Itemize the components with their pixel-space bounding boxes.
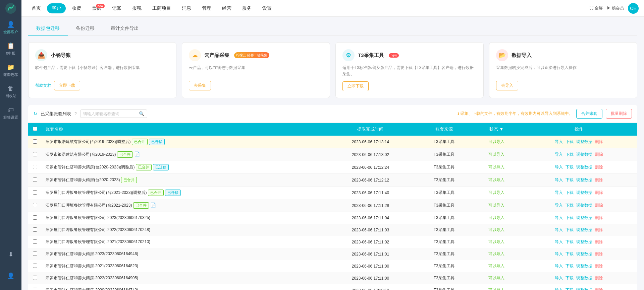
- row-action-下载[interactable]: 下载: [566, 177, 574, 182]
- help-doc-btn[interactable]: 帮助文档: [35, 83, 51, 88]
- row-action-导入[interactable]: 导入: [555, 264, 563, 268]
- nav-industry[interactable]: 工商项目: [148, 3, 176, 13]
- row-checkbox[interactable]: [33, 177, 37, 182]
- row-action-调整数据[interactable]: 调整数据: [576, 264, 592, 268]
- row-checkbox[interactable]: [33, 190, 37, 195]
- row-action-导入[interactable]: 导入: [555, 165, 563, 169]
- row-action-下载[interactable]: 下载: [566, 190, 574, 195]
- nav-operation[interactable]: 经营: [217, 3, 236, 13]
- search-icon[interactable]: 🔍: [139, 111, 144, 116]
- row-action-删除[interactable]: 删除: [595, 190, 603, 195]
- download-t3-btn[interactable]: 立即下载: [342, 81, 369, 91]
- nav-tax[interactable]: 报税: [127, 3, 146, 13]
- app-logo[interactable]: [0, 0, 21, 17]
- row-checkbox[interactable]: [33, 165, 37, 169]
- download-now-btn[interactable]: 立即下载: [54, 81, 80, 90]
- tab-data-migrate[interactable]: 数据包迁移: [28, 22, 68, 35]
- go-import-btn[interactable]: 去导入: [496, 81, 518, 90]
- row-action-调整数据[interactable]: 调整数据: [576, 190, 592, 195]
- row-action-删除[interactable]: 删除: [595, 251, 603, 256]
- nav-invoice[interactable]: 票据 new: [87, 3, 106, 13]
- row-action-导入[interactable]: 导入: [555, 152, 563, 157]
- row-action-调整数据[interactable]: 调整数据: [576, 288, 592, 290]
- fullscreen-btn[interactable]: ⛶ 全屏: [589, 5, 602, 11]
- row-action-调整数据[interactable]: 调整数据: [576, 276, 592, 280]
- row-action-删除[interactable]: 删除: [595, 215, 603, 220]
- row-action-下载[interactable]: 下载: [566, 239, 574, 244]
- row-action-删除[interactable]: 删除: [595, 264, 603, 268]
- row-action-删除[interactable]: 删除: [595, 227, 603, 232]
- row-action-调整数据[interactable]: 调整数据: [576, 139, 592, 144]
- nav-fee[interactable]: 收费: [67, 3, 86, 13]
- nav-accounting[interactable]: 记账: [107, 3, 126, 13]
- nav-settings[interactable]: 设置: [258, 3, 276, 13]
- row-checkbox[interactable]: [33, 239, 37, 244]
- help-icon[interactable]: ?: [74, 112, 77, 116]
- row-action-删除[interactable]: 删除: [595, 177, 603, 182]
- row-action-调整数据[interactable]: 调整数据: [576, 152, 592, 157]
- sidebar-item-recycle[interactable]: 🗑 回收站: [0, 81, 21, 102]
- row-action-下载[interactable]: 下载: [566, 264, 574, 268]
- row-checkbox[interactable]: [33, 276, 37, 280]
- row-checkbox[interactable]: [33, 152, 37, 156]
- row-action-删除[interactable]: 删除: [595, 203, 603, 208]
- nav-client[interactable]: 客户: [47, 3, 66, 13]
- sidebar-item-user[interactable]: 👤: [0, 265, 21, 287]
- row-action-调整数据[interactable]: 调整数据: [576, 227, 592, 232]
- avatar[interactable]: CE: [628, 3, 639, 14]
- search-input[interactable]: [83, 112, 137, 116]
- col-status[interactable]: 状态 ▼: [473, 123, 521, 136]
- row-action-删除[interactable]: 删除: [595, 276, 603, 280]
- tab-audit-export[interactable]: 审计文件导出: [103, 22, 147, 35]
- row-action-导入[interactable]: 导入: [555, 251, 563, 256]
- row-action-下载[interactable]: 下载: [566, 288, 574, 290]
- row-action-删除[interactable]: 删除: [595, 288, 603, 290]
- row-action-导入[interactable]: 导入: [555, 288, 563, 290]
- refresh-icon[interactable]: ↻: [34, 111, 37, 116]
- sidebar-item-zero-report[interactable]: 📋 0申报: [0, 38, 21, 60]
- batch-del-btn[interactable]: 批量删除: [606, 109, 632, 119]
- row-action-下载[interactable]: 下载: [566, 227, 574, 232]
- nav-home[interactable]: 首页: [27, 3, 46, 13]
- row-action-调整数据[interactable]: 调整数据: [576, 165, 592, 169]
- go-collect-btn[interactable]: 去采集: [189, 81, 211, 90]
- row-action-调整数据[interactable]: 调整数据: [576, 251, 592, 256]
- row-file-icon[interactable]: 📄: [134, 151, 140, 157]
- row-action-调整数据[interactable]: 调整数据: [576, 203, 592, 208]
- row-action-下载[interactable]: 下载: [566, 251, 574, 256]
- row-checkbox[interactable]: [33, 227, 37, 232]
- row-action-导入[interactable]: 导入: [555, 239, 563, 244]
- merge-btn[interactable]: 合并账套: [576, 109, 602, 119]
- row-action-删除[interactable]: 删除: [595, 152, 603, 157]
- row-action-下载[interactable]: 下载: [566, 165, 574, 169]
- tab-backup-migrate[interactable]: 备份迁移: [68, 22, 103, 35]
- row-checkbox[interactable]: [33, 251, 37, 256]
- row-file-icon[interactable]: 📄: [150, 202, 156, 208]
- row-action-删除[interactable]: 删除: [595, 239, 603, 244]
- sidebar-item-download[interactable]: ⬇: [0, 244, 21, 265]
- row-action-下载[interactable]: 下载: [566, 203, 574, 208]
- row-action-导入[interactable]: 导入: [555, 190, 563, 195]
- select-all-checkbox[interactable]: [33, 127, 37, 131]
- row-action-导入[interactable]: 导入: [555, 215, 563, 220]
- row-checkbox[interactable]: [33, 139, 37, 144]
- vip-btn[interactable]: ▶ 畅会员: [607, 5, 624, 11]
- row-action-下载[interactable]: 下载: [566, 276, 574, 280]
- nav-service[interactable]: 服务: [237, 3, 256, 13]
- row-action-导入[interactable]: 导入: [555, 177, 563, 182]
- sidebar-item-all-clients[interactable]: 👤 全部客户: [0, 17, 21, 38]
- row-action-导入[interactable]: 导入: [555, 203, 563, 208]
- row-checkbox[interactable]: [33, 288, 37, 290]
- row-action-导入[interactable]: 导入: [555, 276, 563, 280]
- row-action-删除[interactable]: 删除: [595, 139, 603, 144]
- row-action-调整数据[interactable]: 调整数据: [576, 177, 592, 182]
- row-checkbox[interactable]: [33, 215, 37, 220]
- row-checkbox[interactable]: [33, 264, 37, 268]
- row-action-删除[interactable]: 删除: [595, 165, 603, 169]
- row-checkbox[interactable]: [33, 203, 37, 207]
- nav-manage[interactable]: 管理: [197, 3, 216, 13]
- row-action-调整数据[interactable]: 调整数据: [576, 215, 592, 220]
- nav-message[interactable]: 消息: [177, 3, 196, 13]
- sidebar-item-account-migrate[interactable]: 📁 账套迁移: [0, 60, 21, 81]
- row-action-下载[interactable]: 下载: [566, 152, 574, 157]
